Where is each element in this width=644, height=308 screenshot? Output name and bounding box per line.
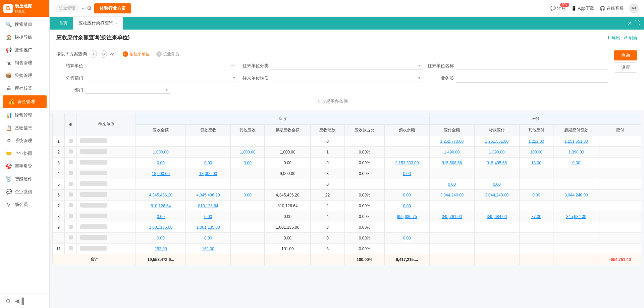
sidebar-item-base[interactable]: 📋基础信息 bbox=[0, 122, 49, 134]
ap-loan-cell[interactable]: 345,684.00 bbox=[474, 211, 519, 222]
ar-amount-cell[interactable]: 0.00 bbox=[136, 233, 186, 244]
ar-amount-cell[interactable]: 4,345,436.20 bbox=[136, 190, 186, 201]
query-button[interactable]: 查询 bbox=[614, 50, 637, 60]
ap-amount-cell[interactable]: 0.00 bbox=[429, 179, 474, 190]
ap-other-cell[interactable]: 100.00 bbox=[519, 147, 553, 158]
ap-loan-cell[interactable]: 915,495.56 bbox=[474, 158, 519, 168]
ap-amount-cell[interactable]: 1,252,773.00 bbox=[429, 136, 474, 147]
dept-select[interactable]: ▾ bbox=[85, 86, 170, 94]
ar-prepay-cell[interactable]: 0.00 bbox=[384, 233, 429, 244]
topbar-message[interactable]: 💬 消息 99+ bbox=[550, 5, 566, 11]
sidebar-item-search[interactable]: 🔍搜索菜单 bbox=[0, 18, 49, 31]
topbar-dropdown-arrow[interactable]: ▾ bbox=[82, 6, 84, 11]
scheme-by-unit[interactable]: ⊙ 按往来单位 bbox=[120, 51, 152, 58]
export-button[interactable]: ⬆ 导出 bbox=[606, 35, 620, 41]
ar-loan-cell[interactable]: 18,000.00 bbox=[186, 168, 231, 179]
ar-loan-cell[interactable]: 0.00 bbox=[186, 233, 231, 244]
settings-icon[interactable]: ⚙ bbox=[5, 297, 11, 305]
expand-window-icon[interactable]: ⛶ bbox=[635, 20, 640, 27]
ap-loan-cell[interactable]: 3,044,240.00 bbox=[474, 190, 519, 201]
ap-amount-cell[interactable]: 345,761.00 bbox=[429, 211, 474, 222]
ar-amount-cell[interactable]: 18,000.00 bbox=[136, 168, 186, 179]
ar-prepay-cell[interactable]: 0.00 bbox=[384, 201, 429, 211]
ap-overdue-cell[interactable]: 0.00 bbox=[553, 158, 599, 168]
tab-home[interactable]: 首页 bbox=[54, 17, 73, 30]
sidebar-item-wechat[interactable]: 💬企业微信 bbox=[0, 185, 49, 198]
tab-ar-ap[interactable]: 应收应付余额查询 × bbox=[73, 17, 123, 30]
user-avatar[interactable]: Rit bbox=[629, 4, 639, 13]
ar-amount-cell[interactable]: 1,001,135.00 bbox=[136, 222, 186, 233]
ar-prepay-cell[interactable]: 0.00 bbox=[384, 190, 429, 201]
ap-other-cell[interactable]: 0.00 bbox=[519, 190, 553, 201]
ar-amount-cell[interactable]: 810,126.64 bbox=[136, 201, 186, 211]
ap-loan-cell[interactable]: 0.00 bbox=[474, 179, 519, 190]
sidebar-item-member[interactable]: V畅会员 bbox=[0, 198, 49, 211]
footer-ar-total[interactable]: 19,553,472,6... bbox=[136, 254, 186, 265]
sidebar-item-sales[interactable]: 🛍销售管理 bbox=[0, 56, 49, 69]
trial-button[interactable]: 体验行业方案 bbox=[94, 3, 131, 13]
unit-nature-select[interactable]: ▾ bbox=[271, 74, 423, 82]
ap-other-cell[interactable]: 13.00 bbox=[519, 158, 553, 168]
close-window-icon[interactable]: ✕ bbox=[628, 20, 632, 27]
salesperson-input[interactable] bbox=[459, 76, 601, 81]
unit-category-select[interactable]: ▾ bbox=[271, 62, 423, 70]
sidebar-item-marketing[interactable]: 📢营销推广 bbox=[0, 44, 49, 56]
ap-amount-cell[interactable]: 915,508.56 bbox=[429, 158, 474, 168]
ap-loan-cell[interactable]: 1,390.00 bbox=[474, 147, 519, 158]
ap-loan-cell[interactable]: 1,251,551.00 bbox=[474, 136, 519, 147]
ap-other-cell[interactable]: 1,222.00 bbox=[519, 136, 553, 147]
salesperson-dots-icon[interactable]: ··· bbox=[601, 75, 606, 81]
collapse-icon[interactable]: ◀▐ bbox=[15, 297, 24, 305]
refresh-button[interactable]: ↺ 刷新 bbox=[624, 35, 637, 41]
sidebar-item-quick-nav[interactable]: 🏠快捷导航 bbox=[0, 31, 49, 44]
sidebar-item-inventory[interactable]: 🏛库存核算 bbox=[0, 82, 49, 95]
topbar-gear-icon[interactable]: ⚙ bbox=[87, 5, 92, 11]
ar-prepay-cell[interactable]: 2,153,333.00 bbox=[384, 158, 429, 168]
table-wrapper[interactable]: ⚙ 往来单位 应收 应付 应收金额 贷款应收 其他应收 超期应收金额 应收笔数 bbox=[52, 113, 641, 265]
ar-prepay-cell[interactable]: 655,636.75 bbox=[384, 211, 429, 222]
unit-name-input[interactable] bbox=[456, 62, 608, 70]
ar-amount-cell[interactable]: 0.00 bbox=[136, 158, 186, 168]
set-button[interactable]: 设置 bbox=[614, 62, 637, 73]
settlement-unit-input[interactable] bbox=[88, 63, 230, 68]
ar-loan-cell[interactable]: 152.00 bbox=[186, 244, 231, 254]
ar-other-cell[interactable]: 0.00 bbox=[231, 190, 265, 201]
sidebar-item-guide[interactable]: 🎯新手引导 bbox=[0, 160, 49, 173]
sidebar-item-operations[interactable]: 📊经营管理 bbox=[0, 109, 49, 122]
settings-header[interactable]: ⚙ bbox=[65, 113, 77, 136]
ar-loan-cell[interactable]: 0.00 bbox=[186, 211, 231, 222]
scheme-by-staff[interactable]: ⊙ 按业务员 bbox=[154, 51, 182, 58]
ar-loan-cell[interactable]: 1,001,135.00 bbox=[186, 222, 231, 233]
ap-amount-cell[interactable]: 1,490.00 bbox=[429, 147, 474, 158]
ap-overdue-cell[interactable]: 3,044,240.00 bbox=[553, 190, 599, 201]
filter-add-button[interactable]: + bbox=[90, 50, 97, 58]
ar-prepay-cell[interactable]: 0.00 bbox=[384, 168, 429, 179]
ap-other-cell[interactable]: 77.00 bbox=[519, 211, 553, 222]
ar-amount-cell[interactable]: 1,000.00 bbox=[136, 147, 186, 158]
sidebar-item-cooperation[interactable]: 🤝企业协同 bbox=[0, 147, 49, 160]
ar-loan-cell[interactable]: 810,126.64 bbox=[186, 201, 231, 211]
filter-settings-button[interactable]: ⊙ bbox=[100, 50, 107, 58]
sidebar-item-finance[interactable]: 💰资金管理 bbox=[3, 95, 47, 108]
sidebar-item-hardware[interactable]: 📡智能硬件 bbox=[0, 173, 49, 185]
settlement-dots-icon[interactable]: ··· bbox=[230, 62, 235, 69]
ap-overdue-cell[interactable]: 1,390.00 bbox=[553, 147, 599, 158]
topbar-app-download[interactable]: 📱 App下载 bbox=[571, 5, 594, 11]
ap-amount-cell[interactable]: 3,044,240.00 bbox=[429, 190, 474, 201]
ar-other-cell[interactable]: 0.00 bbox=[231, 158, 265, 168]
ar-loan-cell[interactable]: 0.00 bbox=[186, 158, 231, 168]
ar-other-cell[interactable]: 1,000.00 bbox=[231, 147, 265, 158]
topbar-online-service[interactable]: 🎧 在线客服 bbox=[600, 5, 624, 11]
tab-close-icon[interactable]: × bbox=[115, 21, 117, 25]
table-settings-icon[interactable]: ⚙ bbox=[69, 122, 72, 127]
filter-collapse-button[interactable]: ≪ bbox=[110, 51, 115, 57]
ar-amount-cell[interactable]: 152.00 bbox=[136, 244, 186, 254]
ar-amount-cell[interactable]: 0.00 bbox=[136, 211, 186, 222]
ap-overdue-cell[interactable]: 1,251,551.00 bbox=[553, 136, 599, 147]
sidebar-item-purchase[interactable]: 📦采购管理 bbox=[0, 69, 49, 82]
sidebar-item-system[interactable]: ⚙系统管理 bbox=[0, 134, 49, 147]
dept-manager-select[interactable]: ▾ bbox=[85, 74, 238, 82]
collapse-more-conditions[interactable]: ∧ 收起更多条件 bbox=[56, 97, 608, 106]
ar-loan-cell[interactable]: 4,345,436.20 bbox=[186, 190, 231, 201]
ap-overdue-cell[interactable]: 345,684.00 bbox=[553, 211, 599, 222]
